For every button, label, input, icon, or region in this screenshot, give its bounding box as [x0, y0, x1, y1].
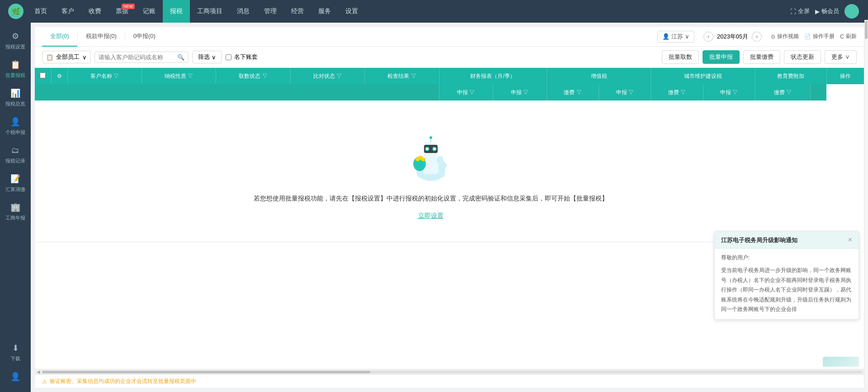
- batch-declare-btn[interactable]: 批量申报: [703, 50, 740, 64]
- sidebar-item-download[interactable]: ⬇ 下载: [0, 338, 31, 367]
- download-icon: ⬇: [10, 343, 21, 354]
- th-checkbox: [35, 68, 51, 84]
- nav-item-settings[interactable]: 设置: [338, 0, 365, 23]
- tab-right-actions: ⊙ 操作视频 📄 操作手册 C 刷新: [771, 33, 857, 40]
- nav-items: 首页 客户 收费 票据 NEW 记账 报税 工商项目 消息 管理 经营 服务 设…: [27, 0, 790, 23]
- manual-action[interactable]: 📄 操作手册: [804, 33, 835, 40]
- nav-item-invoice[interactable]: 票据 NEW: [108, 0, 136, 23]
- notif-close-btn[interactable]: ×: [848, 236, 852, 244]
- doc-icon: 📄: [804, 33, 811, 40]
- person-icon: 👤: [662, 33, 670, 40]
- checkbox-label[interactable]: 名下账套: [226, 53, 258, 61]
- main-wrapper: 全部(0) 税款申报(0) 0申报(0) 👤 江苏 ∨: [34, 26, 864, 388]
- search-input[interactable]: [99, 54, 175, 61]
- svg-point-7: [433, 148, 436, 150]
- tab-all[interactable]: 全部(0): [42, 27, 77, 47]
- svg-point-12: [421, 158, 425, 161]
- bottom-bar: ⚠ 验证账密、采集信息均成功的企业才会流转至批量报税页面中: [35, 374, 864, 388]
- setup-link[interactable]: 立即设置: [418, 212, 443, 220]
- main-table: ⚙ 客户名称 ▽ 纳税性质 ▽ 取数状态 ▽ 比对状态 ▽ 检查结果 ▽ 财务报…: [35, 68, 864, 242]
- annual-report-icon: 🏢: [10, 202, 21, 213]
- nav-item-operation[interactable]: 经营: [284, 0, 311, 23]
- status-update-btn[interactable]: 状态更新: [784, 50, 821, 64]
- th-financial-report: 财务报表（月/季）: [439, 68, 547, 84]
- nav-item-tax[interactable]: 报税: [163, 0, 190, 23]
- nav-item-bookkeeping[interactable]: 记账: [136, 0, 163, 23]
- region-button[interactable]: 👤 江苏 ∨: [657, 31, 694, 43]
- layout: ⚙ 报税设置 📋 批量报税 📊 报税总览 👤 个税申报 🗂 报税记录 📝 汇算清…: [0, 23, 868, 392]
- date-next-btn[interactable]: ›: [752, 32, 762, 42]
- svg-point-6: [426, 148, 429, 150]
- video-action[interactable]: ⊙ 操作视频: [771, 33, 799, 40]
- th-city-tax: 城市维护建设税: [651, 68, 755, 84]
- avatar[interactable]: [844, 4, 859, 19]
- batch-pay-btn[interactable]: 批量缴费: [743, 50, 780, 64]
- h-scrollbar[interactable]: ◀: [35, 369, 864, 374]
- chevron-down-icon: ∨: [685, 33, 689, 40]
- personal-tax-icon: 👤: [10, 116, 21, 127]
- th-sub-vat-declare: 申报 ▽: [493, 84, 547, 100]
- v-scrollbar-thumb-right: [865, 23, 868, 39]
- date-nav: ‹ 2023年05月 ›: [703, 32, 762, 42]
- sidebar-item-tax-overview[interactable]: 📊 报税总览: [0, 83, 31, 112]
- nav-item-message[interactable]: 消息: [230, 0, 257, 23]
- nav-item-service[interactable]: 服务: [311, 0, 338, 23]
- filter-button[interactable]: 筛选 ∨: [192, 51, 222, 63]
- fullscreen-btn[interactable]: ⛶ 全屏: [790, 7, 810, 15]
- tax-settings-icon: ⚙: [10, 31, 21, 42]
- date-prev-btn[interactable]: ‹: [703, 32, 713, 42]
- account-checkbox[interactable]: [226, 54, 231, 60]
- fullscreen-icon: ⛶: [790, 8, 796, 15]
- search-icon: 🔍: [177, 54, 184, 61]
- filter-dropdown-icon: ∨: [212, 54, 216, 61]
- notif-header: 江苏电子税务局升级影响通知 ×: [715, 232, 859, 249]
- scroll-left-btn[interactable]: ◀: [37, 369, 40, 374]
- search-input-wrap: 🔍: [94, 52, 189, 63]
- batch-fetch-btn[interactable]: 批量取数: [662, 50, 699, 64]
- top-nav: 🌿 首页 客户 收费 票据 NEW 记账 报税 工商项目 消息 管理 经营 服务…: [0, 0, 868, 23]
- tab-bar: 全部(0) 税款申报(0) 0申报(0) 👤 江苏 ∨: [35, 27, 864, 47]
- nav-item-fee[interactable]: 收费: [81, 0, 108, 23]
- th-spacer: [35, 84, 439, 100]
- th-sub-edu-declare: 申报 ▽: [703, 84, 755, 100]
- nav-item-business[interactable]: 工商项目: [190, 0, 230, 23]
- h-scrollbar-thumb: [42, 371, 370, 373]
- more-btn[interactable]: 更多 ∨: [825, 50, 857, 64]
- new-badge: NEW: [122, 4, 135, 9]
- member-btn[interactable]: ▶ 畅会员: [815, 7, 839, 15]
- nav-item-manage[interactable]: 管理: [257, 0, 284, 23]
- tax-overview-icon: 📊: [10, 88, 21, 99]
- sidebar-item-batch-tax[interactable]: 📋 批量报税: [0, 55, 31, 83]
- sidebar-item-personal-tax[interactable]: 👤 个税申报: [0, 112, 31, 140]
- v-scrollbar-right[interactable]: [864, 23, 868, 392]
- tab-tax-declare[interactable]: 税款申报(0): [78, 27, 125, 47]
- refresh-action[interactable]: C 刷新: [840, 33, 857, 40]
- select-all-checkbox[interactable]: [40, 72, 46, 78]
- sidebar-item-tax-settings[interactable]: ⚙ 报税设置: [0, 26, 31, 55]
- member-icon: ▶: [815, 8, 820, 15]
- nav-item-home[interactable]: 首页: [27, 0, 54, 23]
- top-right: ⛶ 全屏 ▶ 畅会员: [790, 4, 859, 19]
- sidebar-item-annual-settlement[interactable]: 📝 汇算清缴: [0, 169, 31, 197]
- empty-message: 若您想使用批量报税功能，请先在【报税设置】中进行报税的初始化设置，完成密码验证和…: [254, 195, 608, 203]
- th-customer: 客户名称 ▽: [67, 68, 142, 84]
- logo-icon: 🌿: [8, 4, 24, 19]
- staff-icon: 📋: [46, 54, 53, 61]
- sidebar-item-annual-report[interactable]: 🏢 工商年报: [0, 197, 31, 226]
- nav-item-customer[interactable]: 客户: [54, 0, 81, 23]
- toolbar: 📋 全部员工 ∨ 🔍 筛选 ∨ 名下账套 批量取数: [35, 47, 864, 68]
- robot-illustration: [401, 131, 460, 186]
- tab-zero-declare[interactable]: 0申报(0): [125, 27, 164, 47]
- th-vat: 增值税: [547, 68, 651, 84]
- sidebar: ⚙ 报税设置 📋 批量报税 📊 报税总览 👤 个税申报 🗂 报税记录 📝 汇算清…: [0, 23, 31, 392]
- refresh-icon: C: [840, 33, 844, 40]
- notif-title: 江苏电子税务局升级影响通知: [721, 236, 797, 244]
- th-sub-operation-spacer: [810, 84, 826, 100]
- sidebar-item-user[interactable]: 👤: [0, 367, 31, 387]
- empty-state-row: 若您想使用批量报税功能，请先在【报税设置】中进行报税的初始化设置，完成密码验证和…: [35, 100, 864, 242]
- table-container: ⚙ 客户名称 ▽ 纳税性质 ▽ 取数状态 ▽ 比对状态 ▽ 检查结果 ▽ 财务报…: [35, 68, 864, 369]
- sidebar-item-tax-record[interactable]: 🗂 报税记录: [0, 140, 31, 169]
- staff-selector[interactable]: 📋 全部员工 ∨: [42, 51, 91, 63]
- main: 全部(0) 税款申报(0) 0申报(0) 👤 江苏 ∨: [31, 23, 868, 392]
- h-scrollbar-track: [42, 371, 862, 373]
